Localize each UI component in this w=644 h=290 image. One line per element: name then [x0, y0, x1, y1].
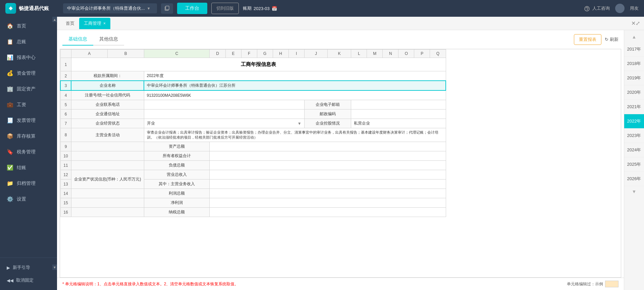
- row-num-15: 15: [60, 198, 71, 208]
- sidebar-label-assets: 固定资产: [17, 86, 36, 92]
- old-version-button[interactable]: 切到旧版: [211, 3, 239, 14]
- tax-total-label-cell: [71, 208, 144, 217]
- email-value-cell[interactable]: [351, 100, 446, 110]
- table-title-cell: 工商年报信息表: [71, 58, 446, 71]
- tax-total-value[interactable]: [210, 208, 446, 217]
- col-header-j: J: [304, 50, 328, 58]
- invoice-icon: 🧾: [7, 117, 13, 124]
- period-label: 账期: [243, 5, 252, 11]
- table-row: 10 所有者权益合计: [60, 151, 446, 161]
- company-selector[interactable]: 中审众环会计师事务所（特殊普通合伙... ▼: [63, 3, 157, 13]
- row-num-8: 8: [60, 128, 71, 142]
- sidebar-label-settings: 设置: [17, 196, 26, 202]
- debt-total-label: 负债总额: [144, 161, 210, 170]
- year-2020[interactable]: 2020年: [624, 85, 644, 100]
- col-header-o: O: [398, 50, 414, 58]
- phone-value-cell[interactable]: [144, 100, 304, 110]
- asset-total-value[interactable]: [210, 142, 446, 151]
- equity-value[interactable]: [210, 151, 446, 161]
- year-scroll-down[interactable]: ▼: [624, 186, 644, 197]
- sidebar-item-archive[interactable]: 📁 归档管理: [0, 175, 57, 191]
- year-2018[interactable]: 2018年: [624, 57, 644, 71]
- addr-value-cell[interactable]: [144, 110, 304, 119]
- table-row: 11 负债总额: [60, 161, 446, 170]
- home-icon: 🏠: [7, 23, 13, 29]
- sidebar-item-ledger[interactable]: 📋 总账: [0, 34, 57, 50]
- calendar-icon[interactable]: 📅: [272, 6, 277, 11]
- finance-icon: 💰: [7, 70, 13, 76]
- main-revenue-value[interactable]: [210, 179, 446, 189]
- reset-report-button[interactable]: 重置报表: [574, 34, 601, 45]
- sidebar-item-finance[interactable]: 💰 资金管理: [0, 65, 57, 81]
- col-header-a: A: [71, 50, 108, 58]
- sidebar-item-inventory[interactable]: 📦 库存核算: [0, 128, 57, 144]
- postal-value-cell[interactable]: [351, 110, 446, 119]
- row-num-16: 16: [60, 208, 71, 217]
- postal-label-cell: 邮政编码: [304, 110, 351, 119]
- row-num-12: 12: [60, 170, 71, 179]
- net-profit-value[interactable]: [210, 198, 446, 208]
- holding-label: 企业控股情况: [304, 119, 351, 128]
- year-2017[interactable]: 2017年: [624, 42, 644, 57]
- ledger-icon: 📋: [7, 39, 13, 45]
- holding-value[interactable]: 私营企业: [351, 119, 446, 128]
- revenue-value[interactable]: [210, 170, 446, 179]
- tab-gongshang[interactable]: 工商管理 ×: [79, 18, 110, 29]
- company-value-cell[interactable]: 中审众环会计师事务所（特殊普通合伙）江苏分所: [144, 81, 446, 90]
- new-guide-item[interactable]: ▶ 新手引导: [0, 261, 57, 274]
- biz-status-label: 企业经营状态: [71, 119, 144, 128]
- profit-value[interactable]: [210, 189, 446, 198]
- spreadsheet-wrapper: A B C D E F G H I J: [60, 49, 621, 278]
- tab-home[interactable]: 首页: [61, 18, 79, 29]
- sidebar-label-ledger: 总账: [17, 39, 26, 45]
- year-2025[interactable]: 2025年: [624, 157, 644, 172]
- year-scroll-up[interactable]: ▲: [624, 31, 644, 42]
- col-header-l: L: [351, 50, 367, 58]
- year-2021[interactable]: 2021年: [624, 100, 644, 114]
- spreadsheet[interactable]: A B C D E F G H I J: [60, 49, 621, 278]
- tab-close-icon[interactable]: ×: [103, 21, 106, 26]
- year-2023[interactable]: 2023年: [624, 129, 644, 143]
- sidebar-item-invoice[interactable]: 🧾 发票管理: [0, 113, 57, 128]
- year-2024[interactable]: 2024年: [624, 143, 644, 157]
- copy-button[interactable]: [161, 3, 173, 14]
- col-header-p: P: [414, 50, 430, 58]
- col-header-b: B: [108, 50, 144, 58]
- year-2026[interactable]: 2026年: [624, 172, 644, 186]
- table-row: 3 企业名称 中审众环会计师事务所（特殊普通合伙）江苏分所: [60, 81, 446, 90]
- col-header-d: D: [210, 50, 225, 58]
- main-biz-value[interactable]: 审查企业会计报表；出具审计报告；验证企业资本；出具验资报告；办理企业合并、分立、…: [144, 128, 446, 142]
- refresh-icon: ↻: [605, 37, 610, 42]
- close-window-button[interactable]: ✕: [631, 20, 636, 26]
- company-label-cell: 企业名称: [71, 81, 144, 90]
- human-consult[interactable]: 人工咨询: [584, 5, 610, 11]
- sidebar-item-settings[interactable]: ⚙️ 设置: [0, 191, 57, 207]
- unpin-item[interactable]: ◀◀ 取消固定: [0, 274, 57, 287]
- biz-status-value[interactable]: 开业▼: [144, 119, 304, 128]
- sub-tab-other[interactable]: 其他信息: [93, 33, 124, 46]
- sidebar-scroll-down[interactable]: ▼: [52, 265, 57, 270]
- col-header-q: Q: [430, 50, 446, 58]
- sub-tab-basic[interactable]: 基础信息: [62, 33, 93, 46]
- row-num-2: 2: [60, 71, 71, 81]
- sidebar-item-tax[interactable]: 🔖 税务管理: [0, 144, 57, 160]
- workbench-button[interactable]: 工作台: [177, 3, 207, 14]
- sidebar-item-home[interactable]: 🏠 首页: [0, 18, 57, 34]
- reg-value-cell[interactable]: 91320100MA208E5W6K: [144, 90, 446, 100]
- sidebar-item-closing[interactable]: ✅ 结账: [0, 160, 57, 175]
- sidebar-item-payroll[interactable]: 💼 工资: [0, 97, 57, 113]
- asset-total-label: [71, 142, 144, 151]
- sidebar-item-assets[interactable]: 🏢 固定资产: [0, 81, 57, 97]
- refresh-button[interactable]: ↻ 刷新: [605, 34, 619, 45]
- sidebar-scroll-up[interactable]: ▲: [52, 17, 57, 22]
- sidebar-item-reports[interactable]: 📊 报表中心: [0, 50, 57, 65]
- table-row: 15 净利润: [60, 198, 446, 208]
- year-2019[interactable]: 2019年: [624, 71, 644, 85]
- expand-button[interactable]: ⤢: [636, 20, 640, 26]
- sub-tabs-bar: 基础信息 其他信息 重置报表 ↻ 刷新: [57, 30, 624, 46]
- debt-value[interactable]: [210, 161, 446, 170]
- year-2022[interactable]: 2022年: [624, 114, 644, 129]
- row-num-13: 13: [60, 179, 71, 189]
- right-panel: ▲ 2017年 2018年 2019年 2020年 2021年 2022年 20…: [624, 30, 644, 290]
- period-value-cell[interactable]: 2022年度: [144, 71, 446, 81]
